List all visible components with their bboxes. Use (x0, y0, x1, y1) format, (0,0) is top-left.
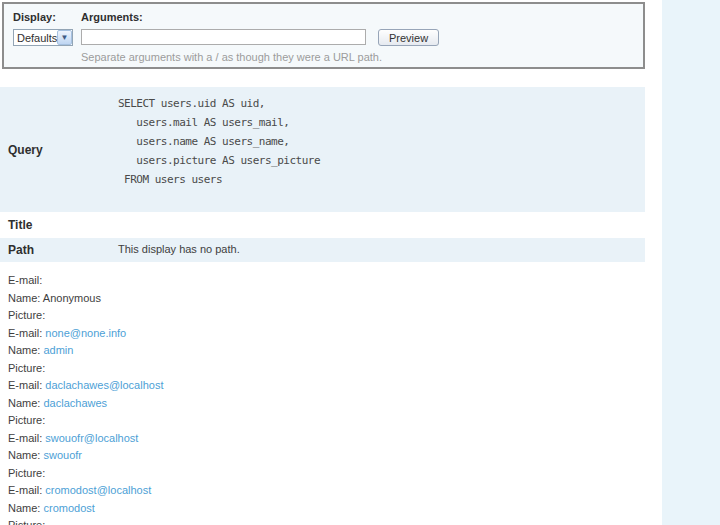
picture-field-label: Picture: (8, 519, 45, 525)
display-form-item: Display: Defaults ▼ (13, 11, 81, 60)
email-field-label: E-mail: (8, 274, 42, 286)
arguments-label: Arguments: (81, 11, 634, 23)
name-field-label: Name: (8, 397, 40, 409)
picture-field: Picture: (8, 517, 662, 525)
name-link[interactable]: swouofr (43, 449, 82, 461)
email-field: E-mail: swouofr@localhost (8, 430, 662, 448)
display-select[interactable]: Defaults ▼ (13, 29, 73, 46)
email-field: E-mail: (8, 272, 662, 290)
email-field: E-mail: cromodost@localhost (8, 482, 662, 500)
name-field-label: Name: (8, 449, 40, 461)
picture-field: Picture: (8, 465, 662, 483)
preview-result-list: E-mail: Name: Anonymous Picture: E-mail:… (0, 272, 662, 525)
preview-summary-table: Query SELECT users.uid AS uid, users.mai… (0, 87, 645, 262)
title-row-value (112, 212, 118, 238)
name-link[interactable]: admin (43, 344, 73, 356)
email-field: E-mail: daclachawes@localhost (8, 377, 662, 395)
arguments-help-text: Separate arguments with a / as though th… (81, 51, 634, 63)
user-row: E-mail: none@none.info Name: admin Pictu… (8, 325, 662, 378)
query-row: Query SELECT users.uid AS uid, users.mai… (0, 87, 645, 212)
name-link[interactable]: daclachawes (43, 397, 107, 409)
name-field: Name: Anonymous (8, 290, 662, 308)
main-content: Display: Defaults ▼ Arguments: Preview S… (0, 0, 662, 525)
picture-field-label: Picture: (8, 362, 45, 374)
email-field-label: E-mail: (8, 432, 42, 444)
user-row: E-mail: Name: Anonymous Picture: (8, 272, 662, 325)
email-field-label: E-mail: (8, 379, 42, 391)
name-field: Name: cromodost (8, 500, 662, 518)
name-link[interactable]: cromodost (43, 502, 94, 514)
name-field-label: Name: (8, 502, 40, 514)
name-field: Name: swouofr (8, 447, 662, 465)
picture-field: Picture: (8, 307, 662, 325)
query-sql-text: SELECT users.uid AS uid, users.mail AS u… (118, 94, 320, 212)
user-row: E-mail: cromodost@localhost Name: cromod… (8, 482, 662, 525)
path-row: Path This display has no path. (0, 238, 645, 262)
user-row: E-mail: daclachawes@localhost Name: dacl… (8, 377, 662, 430)
email-link[interactable]: swouofr@localhost (45, 432, 138, 444)
name-field-label: Name: (8, 344, 40, 356)
picture-field-label: Picture: (8, 309, 45, 321)
user-row: E-mail: swouofr@localhost Name: swouofr … (8, 430, 662, 483)
preview-button[interactable]: Preview (378, 29, 439, 46)
query-row-label: Query (0, 87, 112, 212)
arguments-row: Preview (81, 29, 634, 46)
email-link[interactable]: cromodost@localhost (45, 484, 151, 496)
arguments-input[interactable] (81, 29, 366, 45)
picture-field: Picture: (8, 412, 662, 430)
page-side-band (662, 0, 720, 525)
chevron-down-icon: ▼ (57, 30, 72, 45)
picture-field-label: Picture: (8, 467, 45, 479)
picture-field: Picture: (8, 360, 662, 378)
email-field-label: E-mail: (8, 327, 42, 339)
name-field: Name: admin (8, 342, 662, 360)
email-field: E-mail: none@none.info (8, 325, 662, 343)
path-row-label: Path (0, 238, 112, 262)
email-link[interactable]: none@none.info (45, 327, 126, 339)
name-field-label: Name: (8, 292, 40, 304)
email-link[interactable]: daclachawes@localhost (45, 379, 163, 391)
name-field: Name: daclachawes (8, 395, 662, 413)
name-value: Anonymous (43, 292, 101, 304)
title-row: Title (0, 212, 645, 238)
picture-field-label: Picture: (8, 414, 45, 426)
path-row-value: This display has no path. (112, 238, 240, 262)
display-label: Display: (13, 11, 81, 23)
title-row-label: Title (0, 212, 112, 238)
live-preview-fieldset: Display: Defaults ▼ Arguments: Preview S… (2, 2, 645, 69)
display-select-value: Defaults (14, 32, 57, 44)
email-field-label: E-mail: (8, 484, 42, 496)
arguments-form-item: Arguments: Preview Separate arguments wi… (81, 11, 634, 60)
